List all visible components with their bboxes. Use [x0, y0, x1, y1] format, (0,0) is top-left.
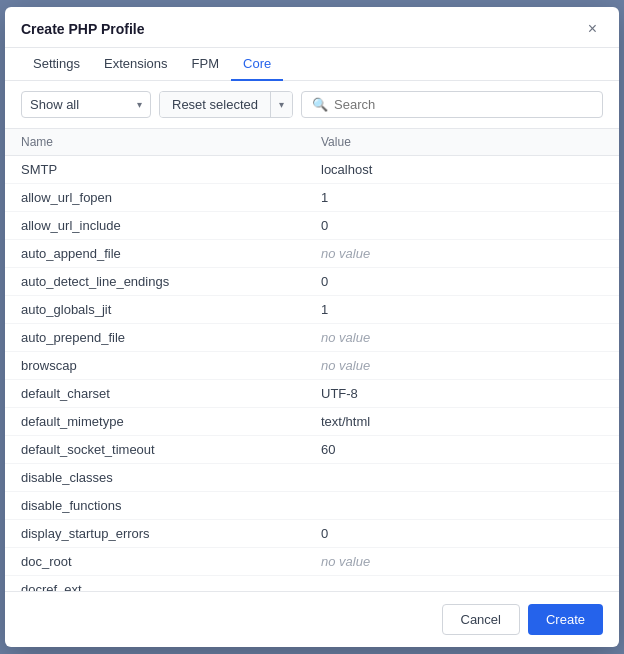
table-row: default_socket_timeout60 [5, 436, 619, 464]
cancel-button[interactable]: Cancel [442, 604, 520, 635]
table-row: disable_functions [5, 492, 619, 520]
cell-value: 0 [321, 526, 603, 541]
reset-btn-group: Reset selected ▾ [159, 91, 293, 118]
table-row: disable_classes [5, 464, 619, 492]
cell-name: SMTP [21, 162, 321, 177]
search-icon: 🔍 [312, 97, 328, 112]
cell-name: default_charset [21, 386, 321, 401]
tab-extensions[interactable]: Extensions [92, 48, 180, 81]
cell-name: disable_classes [21, 470, 321, 485]
table-header: Name Value [5, 129, 619, 156]
table-row: allow_url_fopen1 [5, 184, 619, 212]
cell-value: no value [321, 246, 603, 261]
cell-name: browscap [21, 358, 321, 373]
cell-value: localhost [321, 162, 603, 177]
cell-name: auto_prepend_file [21, 330, 321, 345]
reset-selected-button[interactable]: Reset selected [160, 92, 270, 117]
table-row: default_charsetUTF-8 [5, 380, 619, 408]
tab-core[interactable]: Core [231, 48, 283, 81]
cell-value: 0 [321, 218, 603, 233]
cell-value: text/html [321, 414, 603, 429]
cell-name: allow_url_fopen [21, 190, 321, 205]
table-row: docref_ext [5, 576, 619, 591]
tabs-bar: SettingsExtensionsFPMCore [5, 48, 619, 81]
cell-value: UTF-8 [321, 386, 603, 401]
table-row: allow_url_include0 [5, 212, 619, 240]
cell-name: auto_append_file [21, 246, 321, 261]
show-all-select[interactable]: Show all ▾ [21, 91, 151, 118]
modal-header: Create PHP Profile × [5, 7, 619, 48]
table-body: SMTPlocalhostallow_url_fopen1allow_url_i… [5, 156, 619, 591]
cell-value: 1 [321, 190, 603, 205]
table-row: default_mimetypetext/html [5, 408, 619, 436]
cell-value: no value [321, 358, 603, 373]
cell-value: 1 [321, 302, 603, 317]
create-button[interactable]: Create [528, 604, 603, 635]
cell-name: default_socket_timeout [21, 442, 321, 457]
show-all-chevron-icon: ▾ [137, 99, 142, 110]
table-row: SMTPlocalhost [5, 156, 619, 184]
cell-name: default_mimetype [21, 414, 321, 429]
cell-name: allow_url_include [21, 218, 321, 233]
table-row: auto_prepend_fileno value [5, 324, 619, 352]
toolbar: Show all ▾ Reset selected ▾ 🔍 [5, 81, 619, 129]
cell-value: 60 [321, 442, 603, 457]
cell-value: no value [321, 554, 603, 569]
col-name-header: Name [21, 135, 321, 149]
tab-fpm[interactable]: FPM [180, 48, 231, 81]
search-box: 🔍 [301, 91, 603, 118]
table-row: doc_rootno value [5, 548, 619, 576]
cell-value: 0 [321, 274, 603, 289]
cell-name: disable_functions [21, 498, 321, 513]
search-input[interactable] [334, 97, 592, 112]
col-value-header: Value [321, 135, 603, 149]
show-all-label: Show all [30, 97, 79, 112]
close-button[interactable]: × [582, 19, 603, 39]
modal-title: Create PHP Profile [21, 21, 144, 37]
cell-value: no value [321, 330, 603, 345]
table-row: auto_globals_jit1 [5, 296, 619, 324]
cell-name: docref_ext [21, 582, 321, 591]
tab-settings[interactable]: Settings [21, 48, 92, 81]
modal-container: Create PHP Profile × SettingsExtensionsF… [5, 7, 619, 647]
table-row: auto_detect_line_endings0 [5, 268, 619, 296]
table-row: browscapno value [5, 352, 619, 380]
cell-name: display_startup_errors [21, 526, 321, 541]
cell-name: auto_globals_jit [21, 302, 321, 317]
table-row: display_startup_errors0 [5, 520, 619, 548]
cell-name: doc_root [21, 554, 321, 569]
reset-dropdown-arrow[interactable]: ▾ [270, 92, 292, 117]
cell-name: auto_detect_line_endings [21, 274, 321, 289]
table-row: auto_append_fileno value [5, 240, 619, 268]
modal-footer: Cancel Create [5, 591, 619, 647]
